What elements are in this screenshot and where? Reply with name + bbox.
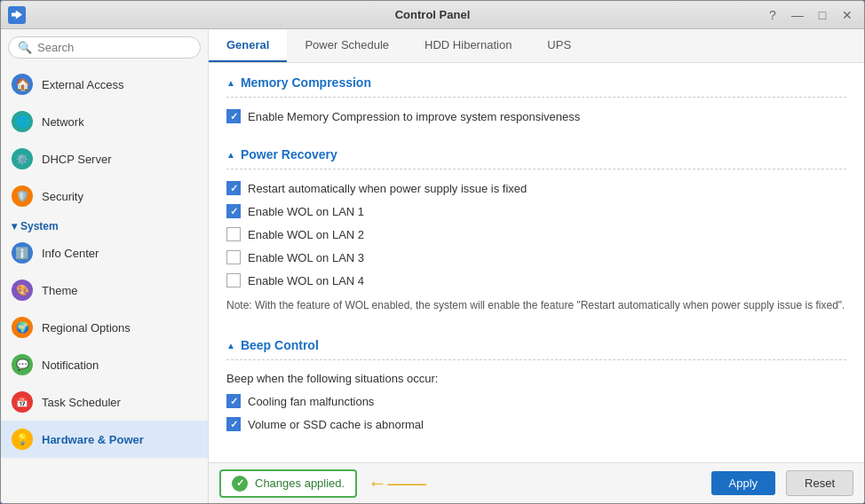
section-power-recovery: ▲ Power Recovery [226,135,846,169]
apply-button[interactable]: Apply [711,471,776,495]
tab-power-schedule[interactable]: Power Schedule [287,29,407,62]
section-title-beep: Beep Control [241,338,319,352]
notification-icon: 💬 [12,354,33,375]
security-icon: 🛡️ [12,185,33,207]
sidebar-item-external-access[interactable]: 🏠 External Access [1,66,208,103]
sidebar-label-regional-options: Regional Options [42,321,131,335]
sidebar-label-security: Security [42,190,83,203]
sidebar-label-external-access: External Access [42,78,124,91]
label-wol-lan2: Enable WOL on LAN 2 [248,228,364,241]
sidebar-item-security[interactable]: 🛡️ Security [1,177,208,215]
sidebar-item-network[interactable]: 🌐 Network [1,103,208,140]
external-access-icon: 🏠 [12,74,33,95]
hardware-power-icon: 💡 [12,429,33,450]
sidebar-item-task-scheduler[interactable]: 📅 Task Scheduler [1,383,208,421]
collapse-arrow-beep: ▲ [226,341,235,350]
dhcp-icon: ⚙️ [12,148,33,169]
label-wol-lan4: Enable WOL on LAN 4 [248,274,364,287]
section-beep-control: ▲ Beep Control [226,326,846,360]
sidebar-label-info-center: Info Center [42,247,99,260]
help-button[interactable]: ? [763,5,782,25]
changes-applied-label: Changes applied. [255,476,345,490]
tabs-bar: General Power Schedule HDD Hibernation U… [209,29,864,63]
tab-general[interactable]: General [209,29,287,62]
sidebar-item-dhcp[interactable]: ⚙️ DHCP Server [1,140,208,177]
checkbox-wol-lan2[interactable] [226,227,241,241]
checkbox-beep-fan[interactable] [226,394,241,408]
sidebar-label-hardware-power: Hardware & Power [42,433,144,446]
setting-row-wol-lan3: Enable WOL on LAN 3 [226,246,846,269]
collapse-arrow-power: ▲ [226,150,235,160]
beep-intro-text: Beep when the following situations occur… [226,372,438,385]
sidebar-label-theme: Theme [42,284,77,297]
label-restart-auto: Restart automatically when power supply … [248,182,527,195]
checkbox-beep-volume[interactable] [226,417,241,431]
window-controls: ? — □ ✕ [763,5,857,25]
sidebar-label-network: Network [42,115,84,129]
search-box[interactable]: 🔍 [8,36,201,59]
label-mem-compression: Enable Memory Compression to improve sys… [248,110,580,123]
close-button[interactable]: ✕ [837,5,857,25]
title-bar: Control Panel ? — □ ✕ [1,1,864,29]
task-scheduler-icon: 📅 [12,391,33,413]
window-title: Control Panel [395,8,471,21]
checkbox-wol-lan4[interactable] [226,273,241,287]
sidebar-section-system: ▾ System [1,215,208,234]
content-area: 🔍 🏠 External Access 🌐 Network ⚙️ DHCP Se… [1,29,864,503]
setting-row-beep-volume: Volume or SSD cache is abnormal [226,413,846,436]
system-section-label: System [20,220,59,232]
panel-content: ▲ Memory Compression Enable Memory Compr… [209,63,864,462]
theme-icon: 🎨 [12,280,33,301]
checkbox-wol-lan1[interactable] [226,204,241,218]
beep-intro-row: Beep when the following situations occur… [226,367,846,390]
sidebar-item-theme[interactable]: 🎨 Theme [1,272,208,309]
setting-row-mem-compression: Enable Memory Compression to improve sys… [226,105,846,128]
info-center-icon: ℹ️ [12,242,33,264]
checkbox-wol-lan3[interactable] [226,250,241,264]
search-icon: 🔍 [18,41,32,54]
label-wol-lan1: Enable WOL on LAN 1 [248,205,364,218]
sidebar-item-notification[interactable]: 💬 Notification [1,346,208,383]
minimize-button[interactable]: — [788,5,807,25]
collapse-arrow-memory: ▲ [226,78,235,88]
sidebar-item-regional-options[interactable]: 🌍 Regional Options [1,309,208,346]
setting-row-wol-lan1: Enable WOL on LAN 1 [226,200,846,223]
checkbox-mem-compression[interactable] [226,109,241,123]
sidebar-item-hardware-power[interactable]: 💡 Hardware & Power [1,421,208,458]
sidebar: 🔍 🏠 External Access 🌐 Network ⚙️ DHCP Se… [1,29,209,503]
setting-row-wol-lan2: Enable WOL on LAN 2 [226,223,846,246]
section-memory-compression: ▲ Memory Compression [226,63,846,98]
label-wol-lan3: Enable WOL on LAN 3 [248,251,364,264]
chevron-down-icon: ▾ [12,220,17,232]
setting-row-restart-auto: Restart automatically when power supply … [226,177,846,200]
setting-row-wol-lan4: Enable WOL on LAN 4 [226,269,846,292]
tab-hdd-hibernation[interactable]: HDD Hibernation [407,29,529,62]
section-title-power: Power Recovery [241,147,337,161]
control-panel-window: Control Panel ? — □ ✕ 🔍 🏠 External Acces… [0,0,865,504]
search-input[interactable] [37,41,191,54]
wol-note: Note: With the feature of WOL enabled, t… [226,292,846,319]
setting-row-beep-fan: Cooling fan malfunctions [226,390,846,413]
arrow-indicator: ←—— [368,472,426,495]
section-title-memory: Memory Compression [241,75,371,90]
label-beep-fan: Cooling fan malfunctions [248,395,374,408]
sidebar-label-dhcp: DHCP Server [42,153,112,166]
network-icon: 🌐 [12,111,33,132]
check-circle-icon: ✓ [232,476,248,492]
checkbox-restart-auto[interactable] [226,181,241,195]
label-beep-volume: Volume or SSD cache is abnormal [248,418,424,431]
bottom-bar: ✓ Changes applied. ←—— Apply Reset [209,462,864,503]
regional-options-icon: 🌍 [12,317,33,338]
sidebar-label-notification: Notification [42,358,99,372]
app-icon [8,6,26,24]
sidebar-label-task-scheduler: Task Scheduler [42,396,121,409]
maximize-button[interactable]: □ [813,5,832,25]
main-panel: General Power Schedule HDD Hibernation U… [209,29,864,503]
reset-button[interactable]: Reset [786,470,853,496]
changes-applied-badge: ✓ Changes applied. [219,469,357,498]
sidebar-item-info-center[interactable]: ℹ️ Info Center [1,234,208,272]
tab-ups[interactable]: UPS [529,29,589,62]
